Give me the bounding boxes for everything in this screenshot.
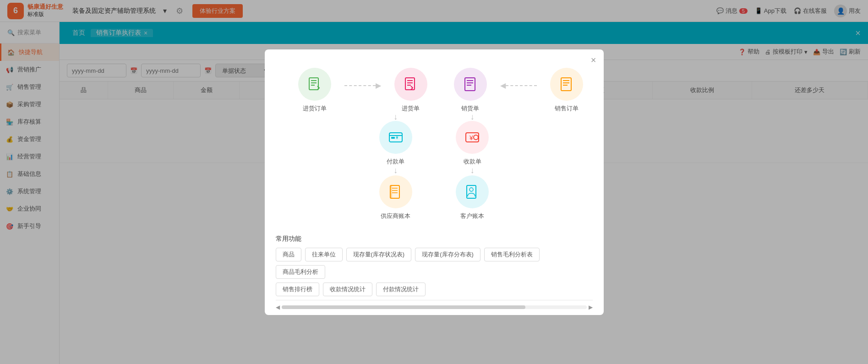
svg-text:¥: ¥ [469,134,473,141]
receipt-label: 收款单 [464,158,481,166]
svg-rect-0 [309,78,318,90]
payment-label: 付款单 [387,158,404,166]
func-inventory-dist[interactable]: 现存量(库存分布表) [415,248,480,261]
purchase-bill-circle [394,68,427,101]
svg-point-22 [474,135,478,140]
func-sales-rank[interactable]: 销售排行榜 [276,283,319,296]
node-purchase-order[interactable]: 进货订单 [285,68,344,113]
node-sales-order[interactable]: 销售订单 [537,68,596,113]
svg-rect-28 [467,185,476,198]
func-goods[interactable]: 商品 [276,248,301,261]
scroll-thumb [282,305,526,309]
svg-text:¥: ¥ [395,135,399,140]
sales-bill-label: 销货单 [461,104,479,113]
scroll-track[interactable] [282,305,587,309]
scroll-right-arrow[interactable]: ▶ [589,304,593,310]
purchase-bill-label: 进货单 [402,104,420,113]
node-supplier-account[interactable]: 供应商账本 [370,175,422,220]
modal-close-button[interactable]: × [591,55,596,65]
svg-rect-18 [391,137,395,139]
func-receipt-stat[interactable]: 收款情况统计 [323,283,372,296]
node-receipt[interactable]: ¥ 收款单 [446,121,499,166]
scroll-bar: ◀ ▶ [276,300,593,310]
customer-account-circle [456,175,489,208]
svg-rect-27 [390,185,392,198]
flow-modal: × 进货订单 ▶ [265,49,604,315]
scroll-left-arrow[interactable]: ◀ [276,304,280,310]
customer-account-label: 客户账本 [460,212,484,220]
svg-point-29 [469,188,473,191]
svg-rect-12 [561,78,571,91]
node-payment[interactable]: ¥ 付款单 [370,121,422,166]
func-partner[interactable]: 往来单位 [305,248,343,261]
modal-overlay[interactable]: × 进货订单 ▶ [0,0,868,364]
sales-bill-circle [454,68,487,101]
flow-diagram: 进货订单 ▶ 进货单 [276,60,593,224]
payment-circle: ¥ [379,121,412,154]
supplier-account-circle [379,175,412,208]
common-funcs-title: 常用功能 [276,235,593,243]
svg-rect-8 [465,78,475,91]
func-sales-profit[interactable]: 销售毛利分析表 [484,248,540,261]
func-goods-profit[interactable]: 商品毛利分析 [276,265,325,279]
purchase-order-label: 进货订单 [303,104,327,113]
sales-order-circle [550,68,583,101]
purchase-order-circle [298,68,331,101]
common-functions: 常用功能 商品 往来单位 现存量(库存状况表) 现存量(库存分布表) 销售毛利分… [276,235,593,296]
supplier-account-label: 供应商账本 [381,212,410,220]
sales-order-label: 销售订单 [555,104,579,113]
func-buttons-row1: 商品 往来单位 现存量(库存状况表) 现存量(库存分布表) 销售毛利分析表 商品… [276,248,593,279]
node-purchase-bill[interactable]: 进货单 [381,68,441,113]
node-customer-account[interactable]: 客户账本 [446,175,499,220]
receipt-circle: ¥ [456,121,489,154]
func-inventory-status[interactable]: 现存量(库存状况表) [346,248,412,261]
node-sales-bill[interactable]: 销货单 [441,68,500,113]
func-payment-stat[interactable]: 付款情况统计 [376,283,426,296]
func-buttons-row2: 销售排行榜 收款情况统计 付款情况统计 [276,283,593,296]
